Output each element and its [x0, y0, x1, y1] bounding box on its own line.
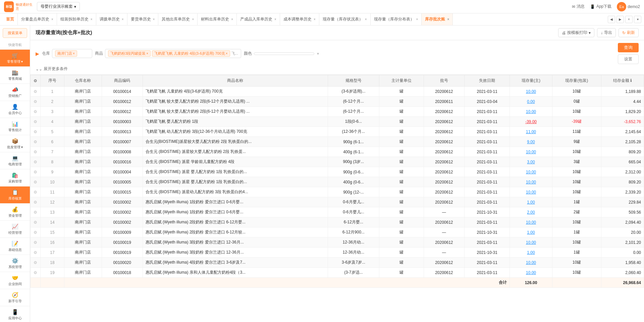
- sidebar-item-wholesale[interactable]: 📦 批发管理 ▾: [0, 135, 30, 152]
- tab-close-icon[interactable]: ×: [51, 17, 53, 21]
- row-settings-cell[interactable]: ⚙: [31, 147, 41, 157]
- sidebar-item-purchase[interactable]: 🛍️ 采购管理: [0, 169, 30, 186]
- tab-prev-btn[interactable]: ◀: [608, 16, 615, 23]
- filter-expand-arrow[interactable]: ▶: [36, 51, 39, 56]
- settings-btn[interactable]: 设置: [618, 54, 639, 64]
- row-settings-cell[interactable]: ⚙: [31, 87, 41, 97]
- row-settings-cell[interactable]: ⚙: [31, 167, 41, 177]
- sidebar-item-operation[interactable]: 📈 经营管理: [0, 221, 30, 238]
- row-stock-main[interactable]: 10.00: [510, 187, 552, 197]
- sidebar-item-guide[interactable]: 🧭 新手引导: [0, 289, 30, 306]
- messages-btn[interactable]: ✉ 消息: [572, 4, 585, 9]
- sidebar-item-inventory[interactable]: 📋 库存核算: [0, 186, 30, 204]
- row-settings-cell[interactable]: ⚙: [31, 227, 41, 237]
- row-stock-main[interactable]: 1.00: [510, 227, 552, 237]
- row-settings-cell[interactable]: ⚙: [31, 237, 41, 248]
- row-settings-cell[interactable]: ⚙: [31, 107, 41, 117]
- product-filter-input[interactable]: 飞鹤奶粉3段丙罐提装 × 飞鹤星飞帆 儿童奶粉 4段(3-6岁适用) 700克 …: [105, 49, 241, 58]
- tab-close-icon[interactable]: ×: [91, 17, 93, 21]
- row-settings-cell[interactable]: ⚙: [31, 157, 41, 167]
- row-stock-main[interactable]: 11.00: [510, 127, 552, 137]
- sidebar-item-system[interactable]: ⚙️ 系统管理: [0, 255, 30, 272]
- sidebar-item-member[interactable]: 👤 会员中心: [0, 101, 30, 118]
- tab-batch-order[interactable]: 库存批次账 ×: [422, 13, 453, 25]
- row-stock-main[interactable]: 10.00: [510, 177, 552, 187]
- expand-conditions-btn[interactable]: ⌄⌄ 展开更多条件: [36, 66, 639, 72]
- row-settings-cell[interactable]: ⚙: [31, 217, 41, 227]
- sidebar-item-retail-mall[interactable]: 🏬 零售商城: [0, 67, 30, 84]
- row-settings-cell[interactable]: ⚙: [31, 248, 41, 258]
- row-stock-main[interactable]: 10.00: [510, 147, 552, 157]
- sidebar-item-finance[interactable]: 💰 资金管理: [0, 204, 30, 221]
- row-settings-cell[interactable]: ⚙: [31, 258, 41, 268]
- row-stock-main[interactable]: 1.00: [510, 248, 552, 258]
- row-stock-main[interactable]: 1.00: [510, 197, 552, 207]
- row-stock-main[interactable]: -39.00: [510, 117, 552, 127]
- sidebar-item-ecommerce[interactable]: 💻 电商管理: [0, 152, 30, 169]
- tab-close-icon[interactable]: ×: [192, 17, 194, 21]
- tab-disassemble-history[interactable]: 组装拆卸单历史 ×: [57, 13, 96, 25]
- row-settings-cell[interactable]: ⚙: [31, 187, 41, 197]
- app-download-btn[interactable]: 📱 App下载: [590, 4, 611, 9]
- tab-close-icon[interactable]: ×: [122, 17, 124, 21]
- tab-close-icon[interactable]: ×: [274, 17, 276, 21]
- tab-close-icon[interactable]: ×: [447, 17, 449, 21]
- export-btn[interactable]: ↓ 导出: [597, 28, 616, 37]
- sidebar-item-basics[interactable]: 📝 基础信息: [0, 238, 30, 255]
- row-stock-main[interactable]: 10.00: [510, 258, 552, 268]
- tab-material-out-history[interactable]: 材料出库单历史 ×: [198, 13, 237, 25]
- row-settings-cell[interactable]: ⚙: [31, 137, 41, 147]
- sidebar-item-marketing[interactable]: 📣 营销推广: [0, 84, 30, 101]
- search-menu-btn[interactable]: 搜索菜单: [3, 28, 27, 38]
- tab-close-icon[interactable]: ×: [231, 17, 233, 21]
- row-stock-main[interactable]: 10.00: [510, 217, 552, 227]
- tab-split-history[interactable]: 分量盘点单历史 ×: [18, 13, 57, 25]
- tab-close-icon[interactable]: ×: [416, 17, 418, 21]
- query-btn[interactable]: 查询: [618, 43, 639, 52]
- tab-close-icon[interactable]: ×: [365, 17, 367, 21]
- tab-next-btn[interactable]: ▶: [616, 16, 624, 23]
- th-settings[interactable]: ⚙: [31, 75, 41, 87]
- tab-close-all-btn[interactable]: ×: [625, 16, 633, 23]
- print-btn[interactable]: 🖨 按模板打印 ▾: [558, 28, 594, 37]
- sidebar-item-app-center[interactable]: 📱 应用中心: [0, 306, 30, 322]
- row-settings-cell[interactable]: ⚙: [31, 268, 41, 278]
- warehouse-filter-input[interactable]: 南岸门店 ×: [52, 49, 92, 58]
- tab-inventory-status[interactable]: 现存量（库存状况表） ×: [319, 13, 371, 25]
- row-settings-cell[interactable]: ⚙: [31, 97, 41, 107]
- tab-inventory-dist[interactable]: 现存量（库存分布表） ×: [371, 13, 422, 25]
- tab-demand-history[interactable]: 要货单历史 ×: [127, 13, 159, 25]
- tab-close-icon[interactable]: ×: [314, 17, 316, 21]
- row-stock-main[interactable]: 10.00: [510, 107, 552, 117]
- row-stock-main[interactable]: 10.00: [510, 87, 552, 97]
- sidebar-item-retail[interactable]: 🛒 零售管理 ▾: [0, 50, 30, 67]
- row-settings-cell[interactable]: ⚙: [31, 127, 41, 137]
- user-profile-btn[interactable]: Ea demo2: [617, 2, 640, 11]
- tab-close-icon[interactable]: ×: [153, 17, 155, 21]
- tab-cost-adjust-history[interactable]: 成本调整单历史 ×: [280, 13, 319, 25]
- row-stock-main[interactable]: 10.00: [510, 237, 552, 248]
- tab-other-out-history[interactable]: 其他出库单历史 ×: [158, 13, 198, 25]
- row-stock-main[interactable]: 9.00: [510, 137, 552, 147]
- sidebar-item-enterprise[interactable]: 🤝 企业协同: [0, 272, 30, 289]
- row-settings-cell[interactable]: ⚙: [31, 117, 41, 127]
- tab-home[interactable]: 首页: [3, 13, 18, 25]
- tab-mix-history[interactable]: 调拨单历史 ×: [96, 13, 127, 25]
- row-stock-main[interactable]: 3.00: [510, 157, 552, 167]
- row-stock-main[interactable]: 0.00: [510, 97, 552, 107]
- product-tag-close-2[interactable]: ×: [226, 52, 228, 55]
- row-stock-main[interactable]: 2.00: [510, 207, 552, 217]
- row-stock-main[interactable]: 10.00: [510, 268, 552, 278]
- sidebar-item-retail-stats[interactable]: 📊 零售统计: [0, 118, 30, 135]
- account-selector[interactable]: 母婴行业演示账套 ▾: [37, 2, 80, 11]
- refresh-btn[interactable]: ↻ 刷新: [619, 28, 639, 37]
- tab-menu-btn[interactable]: ▾: [634, 16, 641, 23]
- row-settings-cell[interactable]: ⚙: [31, 197, 41, 207]
- warehouse-tag-close[interactable]: ×: [73, 52, 75, 55]
- row-settings-cell[interactable]: ⚙: [31, 207, 41, 217]
- row-settings-cell[interactable]: ⚙: [31, 177, 41, 187]
- row-stock-main[interactable]: 10.00: [510, 167, 552, 177]
- color-filter-input[interactable]: [254, 52, 314, 55]
- tab-product-in-history[interactable]: 产成品入库单历史 ×: [237, 13, 280, 25]
- product-tag-close-1[interactable]: ×: [146, 52, 148, 55]
